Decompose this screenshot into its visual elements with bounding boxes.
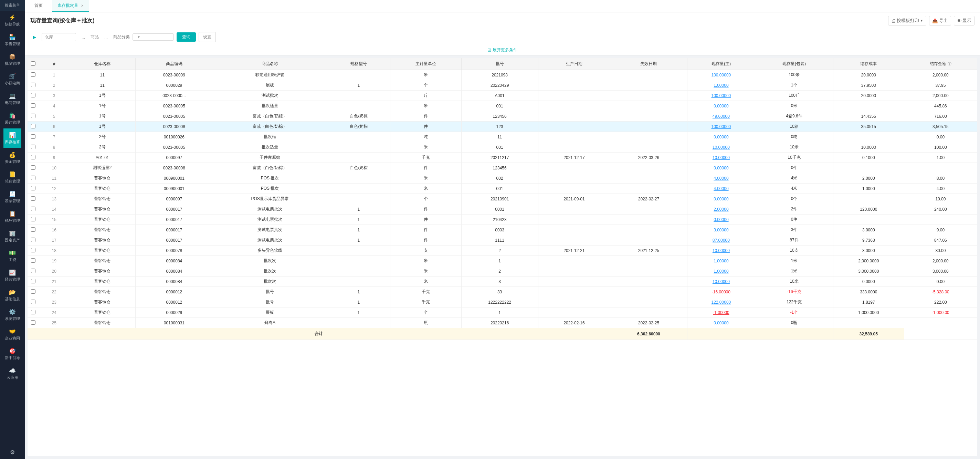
sidebar-item-basic[interactable]: 📂基础信息 [3,285,21,305]
setting-button[interactable]: 设置 [199,32,216,42]
cell-unit: 件 [390,215,461,225]
cell-stock-main[interactable]: 10.00000 [687,153,755,163]
row-checkbox[interactable] [31,114,35,118]
cell-unit: 瓶 [390,318,461,328]
cell-stock-main[interactable]: 4.00000 [687,173,755,183]
expand-more-button[interactable]: ☑ 展开更多条件 [487,47,517,53]
cell-stock-main[interactable]: 2.00000 [687,204,755,215]
cell-stock-main[interactable]: 0.00000 [687,318,755,328]
row-checkbox[interactable] [31,227,35,232]
row-checkbox[interactable] [31,237,35,242]
row-checkbox[interactable] [31,248,35,252]
row-checkbox[interactable] [31,320,35,325]
export-button[interactable]: 📤导出 [929,16,951,26]
sidebar-item-retail[interactable]: 🏪零售管理 [3,30,21,50]
cell-prod_date [538,225,610,235]
cell-stock-main[interactable]: 1.00000 [687,80,755,91]
cell-stock-main[interactable]: 3.00000 [687,225,755,235]
cell-stock-main[interactable]: 0.00000 [687,163,755,173]
sidebar-item-quick-nav[interactable]: ⚡快捷导航 [3,11,21,30]
cell-stock-main[interactable]: 1.00000 [687,256,755,266]
row-checkbox[interactable] [31,310,35,314]
sidebar-item-tax[interactable]: 📋税务管理 [3,207,21,226]
product-ellipsis[interactable]: ... [102,35,110,40]
cell-stock-main[interactable]: 4.00000 [687,183,755,194]
row-checkbox[interactable] [31,279,35,284]
cell-stock-main[interactable]: 100.00000 [687,91,755,101]
cell-stock-main[interactable]: 100.00000 [687,121,755,132]
row-checkbox[interactable] [31,155,35,159]
row-checkbox[interactable] [31,196,35,201]
sidebar-item-general[interactable]: 📒总账管理 [3,168,21,187]
cell-warehouse: 普客铃仓 [69,266,135,276]
row-checkbox[interactable] [31,83,35,87]
warehouse-ellipsis[interactable]: ... [79,35,88,40]
sidebar-search[interactable]: 搜索菜单 [0,0,25,11]
sidebar-item-enterprise[interactable]: 🤝企业协同 [3,325,21,344]
category-select[interactable]: ▼ [132,33,174,41]
cell-stock-main[interactable]: 10.00000 [687,142,755,153]
sidebar-item-payroll[interactable]: 💵工资 [3,246,21,266]
row-checkbox[interactable] [31,269,35,273]
amount-help-icon[interactable]: ⓘ [948,62,951,66]
row-checkbox[interactable] [31,103,35,108]
display-button[interactable]: 👁显示 [954,16,975,26]
cell-stock-aux: 0瓶 [755,318,833,328]
row-checkbox[interactable] [31,134,35,139]
cell-stock-main[interactable]: 10.00000 [687,276,755,287]
mini-shop-icon: 🛒 [9,73,16,80]
cell-stock-main[interactable]: 10.00000 [687,245,755,256]
tab-inventory-batch[interactable]: 库存批次量✕ [52,0,89,12]
row-checkbox[interactable] [31,72,35,77]
row-checkbox[interactable] [31,93,35,97]
warehouse-input[interactable] [45,35,72,40]
search-button[interactable]: 查询 [177,32,196,41]
sidebar-item-cloud[interactable]: ☁️云应用 [3,364,21,384]
cell-stock-main[interactable]: 49.60000 [687,111,755,121]
sidebar-item-purchase[interactable]: 🛍️采购管理 [3,109,21,128]
cell-product_code: 0000012 [135,297,213,308]
row-checkbox[interactable] [31,186,35,190]
cell-stock-main[interactable]: 87.00000 [687,235,755,245]
cell-stock-main[interactable]: 0.00000 [687,194,755,204]
row-checkbox[interactable] [31,217,35,222]
cell-stock-main[interactable]: 122.00000 [687,297,755,308]
cell-stock-main[interactable]: 0.00000 [687,132,755,142]
row-checkbox[interactable] [31,165,35,170]
sidebar-item-system[interactable]: ⚙️系统管理 [3,305,21,325]
sidebar-item-fixed-asset[interactable]: 🏢固定资产 [3,226,21,246]
cell-stock-main[interactable]: -16.00000 [687,287,755,297]
row-checkbox[interactable] [31,258,35,263]
tab-close-inventory-batch[interactable]: ✕ [81,4,84,8]
row-checkbox[interactable] [31,289,35,294]
cell-stock-main[interactable]: -1.00000 [687,308,755,318]
row-checkbox[interactable] [31,207,35,211]
cell-stock-main[interactable]: 1.00000 [687,266,755,276]
cell-stock-main[interactable]: 100.00000 [687,70,755,80]
row-checkbox[interactable] [31,145,35,149]
cell-stock-main[interactable]: 0.00000 [687,215,755,225]
page-title: 现存量查询(按仓库＋批次) [30,17,95,24]
row-checkbox[interactable] [31,300,35,304]
cell-stock-main[interactable]: 0.00000 [687,101,755,111]
sidebar-item-wholesale[interactable]: 📦批发管理 [3,50,21,70]
warehouse-filter[interactable] [41,33,76,41]
select-all-checkbox[interactable] [31,61,35,66]
cell-prod_date [538,142,610,153]
sidebar-item-asset[interactable]: 💰资金管理 [3,148,21,168]
sidebar-item-inventory[interactable]: 📊库存核算 [3,128,21,148]
tab-home[interactable]: 首页 [29,0,48,12]
sidebar-item-invoice[interactable]: 🧾发票管理 [3,187,21,207]
sidebar-settings-icon[interactable]: ⚙ [0,446,25,459]
sidebar-item-mini-shop[interactable]: 🛒小额电商 [3,70,21,89]
sidebar-item-ecommerce[interactable]: 💻电商管理 [3,89,21,109]
sidebar-item-operation[interactable]: 📈经营管理 [3,266,21,285]
cell-amount: 847.06 [904,235,977,245]
row-checkbox[interactable] [31,175,35,180]
general-icon: 📒 [9,171,16,178]
wholesale-icon: 📦 [9,53,16,60]
print-button[interactable]: 🖨按模板打印▼ [888,16,926,26]
sidebar-item-newbie[interactable]: 🎯新手引导 [3,344,21,364]
filter-expand-toggle[interactable]: ▶ [30,33,39,41]
row-checkbox[interactable] [31,124,35,128]
